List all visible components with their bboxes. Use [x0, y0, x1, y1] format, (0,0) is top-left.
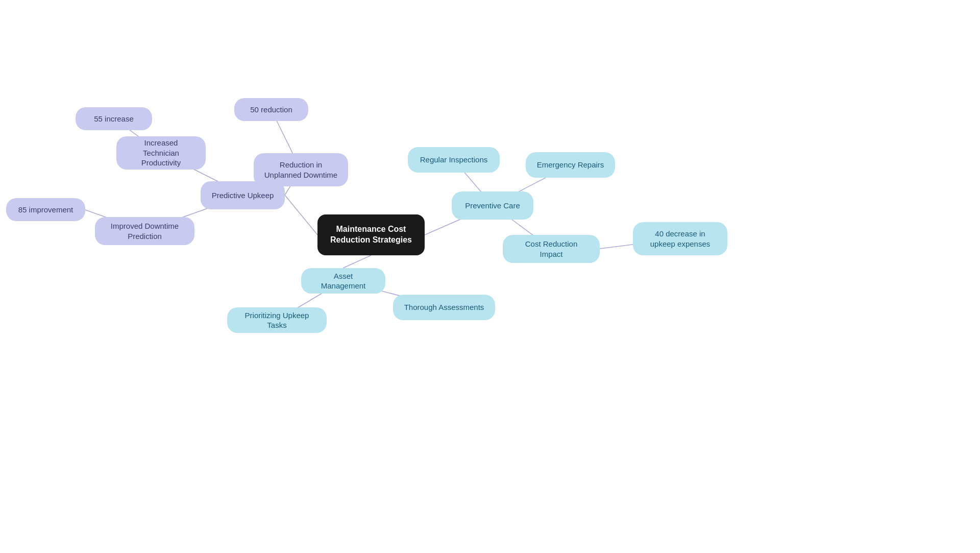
- 40-decrease-node[interactable]: 40 decrease in upkeep expenses: [633, 222, 727, 255]
- 85-improvement-node[interactable]: 85 improvement: [6, 198, 85, 221]
- prioritizing-upkeep-node[interactable]: Prioritizing Upkeep Tasks: [227, 307, 327, 333]
- 55-increase-node[interactable]: 55 increase: [76, 107, 152, 130]
- center-node: Maintenance Cost Reduction Strategies: [317, 214, 425, 255]
- increased-tech-node[interactable]: Increased Technician Productivity: [116, 136, 206, 170]
- improved-downtime-node[interactable]: Improved Downtime Prediction: [95, 217, 194, 245]
- reduction-unplanned-node[interactable]: Reduction in Unplanned Downtime: [254, 153, 348, 186]
- cost-reduction-impact-node[interactable]: Cost Reduction Impact: [503, 235, 600, 263]
- preventive-care-node[interactable]: Preventive Care: [452, 191, 533, 220]
- emergency-repairs-node[interactable]: Emergency Repairs: [526, 152, 615, 178]
- 50-reduction-node[interactable]: 50 reduction: [234, 98, 308, 121]
- svg-line-0: [285, 195, 317, 235]
- regular-inspections-node[interactable]: Regular Inspections: [408, 147, 500, 173]
- connection-lines: [0, 0, 980, 553]
- thorough-assessments-node[interactable]: Thorough Assessments: [393, 295, 495, 320]
- asset-management-node[interactable]: Asset Management: [301, 268, 385, 294]
- svg-line-12: [343, 255, 371, 268]
